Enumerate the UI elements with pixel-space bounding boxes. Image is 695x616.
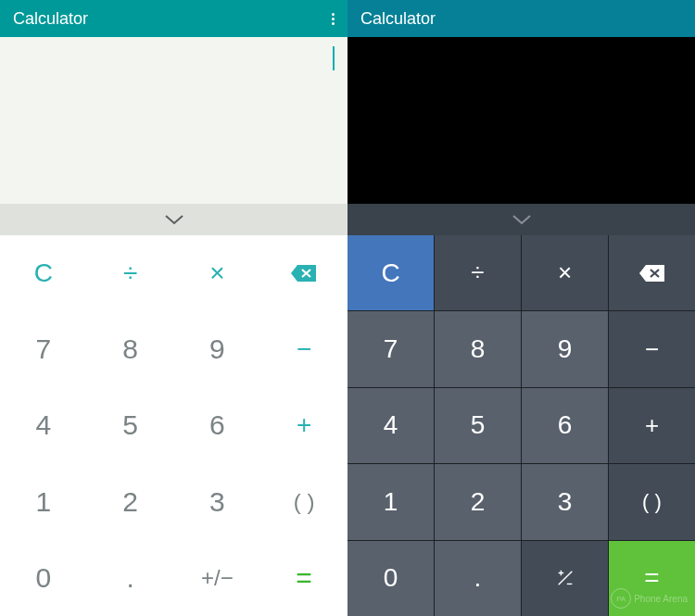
multiply-button[interactable]: × <box>522 235 608 310</box>
digit-5-button[interactable]: 5 <box>87 387 174 463</box>
digit-7-button[interactable]: 7 <box>0 311 87 387</box>
plus-minus-icon <box>555 568 575 588</box>
expand-bar[interactable] <box>0 204 348 235</box>
backspace-button[interactable] <box>260 235 348 311</box>
digit-9-button[interactable]: 9 <box>522 311 608 386</box>
equals-button[interactable]: = <box>260 540 348 616</box>
more-icon[interactable] <box>332 13 335 25</box>
digit-0-button[interactable]: 0 <box>0 540 87 616</box>
digit-2-button[interactable]: 2 <box>435 464 521 539</box>
plus-button[interactable]: + <box>609 388 695 463</box>
multiply-button[interactable]: × <box>174 235 261 311</box>
plus-minus-button[interactable] <box>522 541 608 616</box>
digit-5-button[interactable]: 5 <box>435 388 521 463</box>
parentheses-button[interactable]: ( ) <box>609 464 695 539</box>
digit-4-button[interactable]: 4 <box>348 388 434 463</box>
clear-button[interactable]: C <box>0 235 87 311</box>
digit-3-button[interactable]: 3 <box>522 464 608 539</box>
calculator-app-light: Calculator C ÷ × 7 8 9 <box>0 0 348 616</box>
digit-2-button[interactable]: 2 <box>87 464 174 540</box>
display-area[interactable] <box>0 37 348 204</box>
digit-8-button[interactable]: 8 <box>87 311 174 387</box>
plus-minus-button[interactable]: +/− <box>174 540 261 616</box>
app-title: Calculator <box>13 9 88 29</box>
backspace-button[interactable] <box>609 235 695 310</box>
text-cursor <box>333 46 335 70</box>
clear-button[interactable]: C <box>348 235 434 310</box>
digit-0-button[interactable]: 0 <box>348 541 434 616</box>
digit-3-button[interactable]: 3 <box>174 464 261 540</box>
plus-button[interactable]: + <box>260 387 348 463</box>
app-header: Calculator <box>0 0 348 37</box>
digit-4-button[interactable]: 4 <box>0 387 87 463</box>
minus-button[interactable]: − <box>260 311 348 387</box>
divide-button[interactable]: ÷ <box>435 235 521 310</box>
digit-1-button[interactable]: 1 <box>0 464 87 540</box>
app-header: Calculator <box>348 0 695 37</box>
chevron-down-icon <box>512 213 532 226</box>
digit-1-button[interactable]: 1 <box>348 464 434 539</box>
calculator-app-dark: Calculator C ÷ × 7 8 9 − 4 5 6 + <box>348 0 695 616</box>
divide-button[interactable]: ÷ <box>87 235 174 311</box>
chevron-down-icon <box>164 213 184 226</box>
app-title: Calculator <box>360 9 436 29</box>
backspace-icon <box>290 263 318 283</box>
keypad: C ÷ × 7 8 9 − 4 5 6 + 1 2 3 ( ) 0 . +/− <box>0 235 348 616</box>
decimal-button[interactable]: . <box>87 540 174 616</box>
digit-9-button[interactable]: 9 <box>174 311 261 387</box>
keypad: C ÷ × 7 8 9 − 4 5 6 + 1 2 3 ( ) 0 . <box>348 235 695 616</box>
digit-6-button[interactable]: 6 <box>522 388 608 463</box>
display-area[interactable] <box>348 37 695 204</box>
digit-8-button[interactable]: 8 <box>435 311 521 386</box>
parentheses-button[interactable]: ( ) <box>260 464 348 540</box>
minus-button[interactable]: − <box>609 311 695 386</box>
digit-7-button[interactable]: 7 <box>348 311 434 386</box>
digit-6-button[interactable]: 6 <box>174 387 261 463</box>
decimal-button[interactable]: . <box>435 541 521 616</box>
expand-bar[interactable] <box>348 204 695 235</box>
equals-button[interactable]: = <box>609 541 695 616</box>
backspace-icon <box>638 263 666 283</box>
